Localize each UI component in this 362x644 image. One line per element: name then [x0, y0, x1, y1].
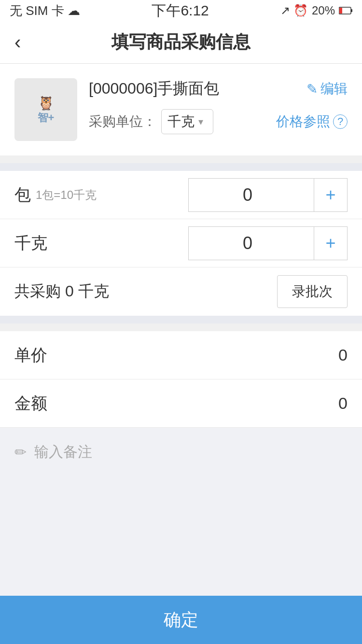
status-left: 无 SIM 卡 ☁ — [10, 2, 80, 19]
battery-level: 20% — [312, 4, 335, 17]
unit-price-row: 单价 0 — [0, 331, 362, 379]
kg-quantity-input[interactable] — [188, 226, 314, 260]
price-section: 单价 0 金额 0 — [0, 331, 362, 428]
product-name: [0000006]手撕面包 — [89, 78, 219, 99]
edit-button[interactable]: ✎ 编辑 — [306, 80, 348, 98]
status-icons: ↗ ⏰ — [280, 4, 308, 17]
nav-bar: ‹ 填写商品采购信息 — [0, 21, 362, 64]
product-image-placeholder: 🦉 智+ — [38, 95, 55, 124]
main-content: 🦉 智+ [0000006]手撕面包 ✎ 编辑 采购单位： 千克 ▾ — [0, 64, 362, 644]
page-title: 填写商品采购信息 — [111, 30, 251, 54]
pencil-icon: ✏ — [14, 444, 27, 461]
kg-plus-button[interactable]: + — [314, 226, 348, 260]
price-ref-label: 价格参照 — [276, 112, 330, 131]
notes-section[interactable]: ✏ 输入备注 — [0, 428, 362, 524]
unit-value: 千克 — [167, 112, 195, 131]
status-time: 下午6:12 — [152, 1, 209, 21]
section-divider-2 — [0, 316, 362, 323]
status-bar: 无 SIM 卡 ☁ 下午6:12 ↗ ⏰ 20% — [0, 0, 362, 21]
summary-row: 共采购 0 千克 录批次 — [0, 267, 362, 316]
help-icon: ? — [333, 114, 348, 129]
edit-icon: ✎ — [306, 81, 318, 97]
unit-price-value: 0 — [338, 346, 348, 364]
unit-label: 采购单位： — [89, 112, 156, 131]
sim-status: 无 SIM 卡 ☁ — [10, 2, 80, 19]
product-header: [0000006]手撕面包 ✎ 编辑 — [89, 78, 348, 99]
product-card: 🦉 智+ [0000006]手撕面包 ✎ 编辑 采购单位： 千克 ▾ — [0, 64, 362, 155]
bag-input-right: + — [188, 178, 348, 212]
product-image: 🦉 智+ — [14, 78, 77, 141]
bag-input-row: 包 1包=10千克 + — [0, 171, 362, 219]
price-ref-button[interactable]: 价格参照 ? — [276, 112, 348, 131]
batch-record-button[interactable]: 录批次 — [277, 275, 348, 308]
section-divider-1 — [0, 163, 362, 171]
battery-icon — [339, 4, 352, 17]
bag-plus-button[interactable]: + — [314, 178, 348, 212]
amount-row: 金额 0 — [0, 379, 362, 428]
bag-quantity-input[interactable] — [188, 178, 314, 212]
kg-input-right: + — [188, 226, 348, 260]
product-info: [0000006]手撕面包 ✎ 编辑 采购单位： 千克 ▾ 价格参照 ? — [89, 78, 348, 134]
amount-label: 金额 — [14, 392, 47, 415]
product-unit-row: 采购单位： 千克 ▾ 价格参照 ? — [89, 109, 348, 134]
svg-rect-2 — [351, 9, 352, 12]
chevron-down-icon: ▾ — [198, 116, 203, 127]
bag-sublabel: 1包=10千克 — [36, 187, 97, 203]
status-right: ↗ ⏰ 20% — [280, 4, 352, 17]
unit-select[interactable]: 千克 ▾ — [161, 109, 213, 134]
summary-text: 共采购 0 千克 — [14, 281, 109, 302]
bag-label: 包 — [14, 184, 31, 206]
quantity-input-section: 包 1包=10千克 + 千克 + — [0, 171, 362, 267]
notes-input-row: ✏ 输入备注 — [14, 442, 348, 462]
back-button[interactable]: ‹ — [14, 31, 43, 53]
notes-placeholder: 输入备注 — [34, 442, 92, 462]
confirm-button[interactable]: 确定 — [0, 596, 362, 644]
kg-label: 千克 — [14, 232, 47, 254]
unit-price-label: 单价 — [14, 344, 47, 366]
kg-input-row: 千克 + — [0, 219, 362, 267]
edit-label: 编辑 — [320, 80, 348, 98]
svg-rect-1 — [339, 8, 342, 14]
amount-value: 0 — [338, 394, 348, 413]
